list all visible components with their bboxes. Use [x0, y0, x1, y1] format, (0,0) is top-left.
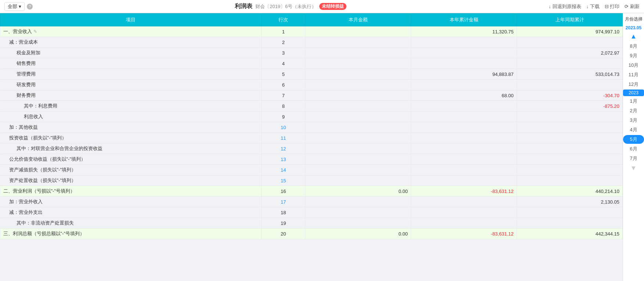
- cell-prev: 2,072.97: [517, 48, 623, 58]
- cell-rownum: 17: [262, 197, 305, 207]
- table-row: 管理费用594,883.87533,014.73: [0, 69, 623, 80]
- cell-item: 资产减值损失（损失以"-"填列）: [0, 165, 262, 175]
- cell-prev: 974,997.10: [517, 26, 623, 37]
- cell-rownum: 11: [262, 133, 305, 143]
- cell-item: 资产处置收益（损失以"-"填列）: [0, 175, 262, 186]
- print-btn[interactable]: ⊟ 打印: [605, 3, 620, 10]
- cell-item: 减：营业成本: [0, 37, 262, 48]
- table-row: 其中：利息费用8-875.20: [0, 101, 623, 112]
- cell-prev: [517, 207, 623, 218]
- cell-year: [411, 80, 517, 90]
- cell-item: 公允价值变动收益（损失以"-"填列）: [0, 154, 262, 165]
- table-row: 公允价值变动收益（损失以"-"填列）13: [0, 154, 623, 165]
- cell-year: [411, 143, 517, 154]
- refresh-btn[interactable]: ⟳ 刷新: [625, 3, 640, 10]
- cell-year: [411, 101, 517, 112]
- cell-month: [305, 143, 411, 154]
- cell-rownum: 6: [262, 80, 305, 90]
- status-badge: 未结转损益: [319, 3, 346, 10]
- cell-month: [305, 207, 411, 218]
- cell-rownum: 16: [262, 186, 305, 197]
- table-row: 资产处置收益（损失以"-"填列）15: [0, 175, 623, 186]
- month-5[interactable]: 5月: [623, 135, 644, 144]
- cell-year: 11,320.75: [411, 26, 517, 37]
- cell-year: [411, 154, 517, 165]
- table-row: 加：其他收益10: [0, 122, 623, 133]
- back-btn[interactable]: ↓ 回退到原报表: [549, 3, 581, 10]
- table-row: 财务费用768.00-304.70: [0, 90, 623, 101]
- cell-item: 一、营业收入✎: [0, 26, 262, 37]
- cell-prev: [517, 58, 623, 69]
- edit-icon[interactable]: ✎: [33, 29, 37, 34]
- table-row: 资产减值损失（损失以"-"填列）14: [0, 165, 623, 175]
- table-row: 三、利润总额（亏损总额以"-"号填列）200.00-83,631.12442,3…: [0, 229, 623, 239]
- all-btn[interactable]: 全部 ▾: [4, 2, 25, 11]
- col-header-year: 本年累计金额: [411, 14, 517, 26]
- cell-rownum: 4: [262, 58, 305, 69]
- month-3[interactable]: 3月: [623, 116, 644, 125]
- cell-rownum: 20: [262, 229, 305, 239]
- side-arrow-down[interactable]: ▼: [630, 164, 638, 173]
- cell-year: [411, 197, 517, 207]
- cell-month: [305, 112, 411, 122]
- cell-year: 68.00: [411, 90, 517, 101]
- side-title: 月份选择: [624, 15, 643, 24]
- cell-rownum: 12: [262, 143, 305, 154]
- table-row: 减：营业成本2: [0, 37, 623, 48]
- cell-item: 加：营业外收入: [0, 197, 262, 207]
- cell-prev: 533,014.73: [517, 69, 623, 80]
- table-area: 项目 行次 本月金额 本年累计金额 上年同期累计 一、营业收入✎111,320.…: [0, 13, 623, 281]
- cell-rownum: 5: [262, 69, 305, 80]
- table-row: 减：营业外支出18: [0, 207, 623, 218]
- col-header-month: 本月金额: [305, 14, 411, 26]
- cell-year: [411, 48, 517, 58]
- cell-month: [305, 101, 411, 112]
- cell-month: [305, 80, 411, 90]
- cell-year: [411, 37, 517, 48]
- cell-prev: 2,130.05: [517, 197, 623, 207]
- cell-year: [411, 112, 517, 122]
- month-1[interactable]: 1月: [623, 97, 644, 106]
- month-7[interactable]: 7月: [623, 154, 644, 163]
- cell-item: 二、营业利润（亏损以"-"号填列）: [0, 186, 262, 197]
- month-2[interactable]: 2月: [623, 106, 644, 115]
- cell-item: 管理费用: [0, 69, 262, 80]
- month-8[interactable]: 8月: [623, 42, 644, 51]
- table-row: 税金及附加32,072.97: [0, 48, 623, 58]
- cell-month: [305, 58, 411, 69]
- month-10[interactable]: 10月: [623, 61, 644, 70]
- cell-prev: [517, 122, 623, 133]
- cell-year: [411, 175, 517, 186]
- cell-year: [411, 165, 517, 175]
- cell-year: -83,631.12: [411, 229, 517, 239]
- cell-year: -83,631.12: [411, 186, 517, 197]
- table-row: 投资收益（损失以"-"填列）11: [0, 133, 623, 143]
- side-panel: 月份选择 2023.05 ▲ 8月 9月 10月 11月 12月 2023 1月…: [623, 13, 644, 281]
- cell-prev: [517, 133, 623, 143]
- col-header-rownum: 行次: [262, 14, 305, 26]
- cell-prev: -304.70: [517, 90, 623, 101]
- cell-prev: [517, 112, 623, 122]
- cell-month: [305, 48, 411, 58]
- cell-rownum: 9: [262, 112, 305, 122]
- side-arrow-up[interactable]: ▲: [630, 32, 638, 41]
- month-12[interactable]: 12月: [623, 80, 644, 89]
- cell-item: 其中：对联营企业和合营企业的投资收益: [0, 143, 262, 154]
- download-btn[interactable]: ↓ 下载: [586, 3, 600, 10]
- cell-month: [305, 175, 411, 186]
- table-row: 销售费用4: [0, 58, 623, 69]
- cell-prev: [517, 154, 623, 165]
- month-6[interactable]: 6月: [623, 145, 644, 153]
- cell-item: 减：营业外支出: [0, 207, 262, 218]
- help-icon[interactable]: ?: [27, 4, 33, 10]
- cell-month: [305, 197, 411, 207]
- all-label: 全部: [8, 3, 17, 10]
- month-4[interactable]: 4月: [623, 125, 644, 134]
- cell-month: [305, 69, 411, 80]
- cell-year: [411, 207, 517, 218]
- cell-item: 加：其他收益: [0, 122, 262, 133]
- month-9[interactable]: 9月: [623, 51, 644, 60]
- cell-rownum: 2: [262, 37, 305, 48]
- month-11[interactable]: 11月: [623, 70, 644, 79]
- table-row: 一、营业收入✎111,320.75974,997.10: [0, 26, 623, 37]
